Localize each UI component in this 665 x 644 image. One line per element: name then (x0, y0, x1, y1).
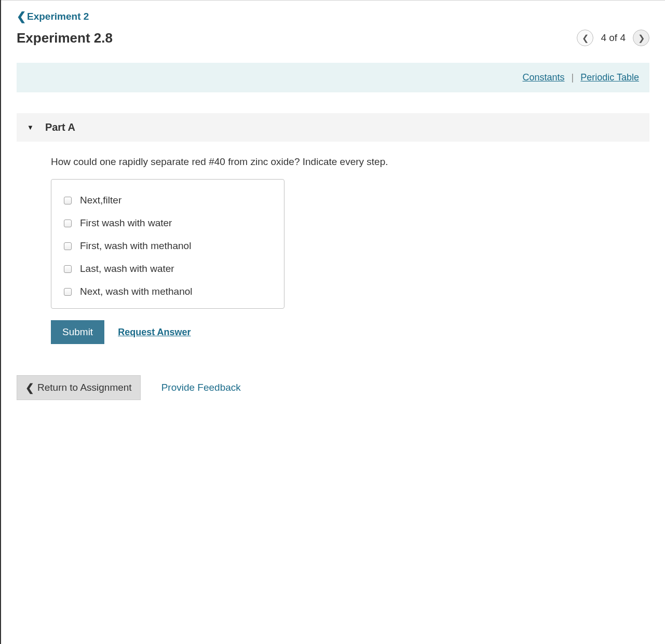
pager-next-button[interactable]: ❯ (633, 30, 649, 46)
options-box: Next,filter First wash with water First,… (51, 179, 284, 309)
chevron-left-icon: ❮ (17, 11, 26, 22)
constants-link[interactable]: Constants (522, 72, 564, 83)
question-area: How could one rapidly separate red #40 f… (17, 156, 649, 344)
resources-bar: Constants | Periodic Table (17, 63, 649, 92)
submit-button[interactable]: Submit (51, 320, 104, 344)
option-label: Next, wash with methanol (80, 286, 193, 297)
resources-separator: | (572, 72, 574, 83)
periodic-table-link[interactable]: Periodic Table (580, 72, 639, 83)
return-label: Return to Assignment (37, 382, 132, 393)
part-header[interactable]: ▼ Part A (17, 113, 649, 142)
part-title: Part A (45, 121, 75, 133)
checkbox[interactable] (64, 242, 72, 250)
chevron-right-icon: ❯ (638, 33, 645, 43)
chevron-left-icon: ❮ (582, 33, 589, 43)
return-to-assignment-button[interactable]: ❮ Return to Assignment (17, 375, 141, 400)
option-row[interactable]: Next, wash with methanol (61, 280, 275, 303)
actions-row: Submit Request Answer (51, 320, 649, 344)
option-label: First wash with water (80, 217, 172, 229)
breadcrumb-label: Experiment 2 (27, 11, 89, 22)
chevron-left-icon: ❮ (25, 382, 34, 393)
title-row: Experiment 2.8 ❮ 4 of 4 ❯ (17, 30, 649, 46)
question-text: How could one rapidly separate red #40 f… (51, 156, 649, 168)
option-label: Last, wash with water (80, 263, 174, 275)
checkbox[interactable] (64, 197, 72, 204)
caret-down-icon: ▼ (27, 124, 34, 131)
pager: ❮ 4 of 4 ❯ (577, 30, 649, 46)
option-row[interactable]: Next,filter (61, 189, 275, 212)
pager-text: 4 of 4 (601, 32, 626, 44)
option-row[interactable]: First, wash with methanol (61, 235, 275, 257)
pager-prev-button[interactable]: ❮ (577, 30, 593, 46)
checkbox[interactable] (64, 265, 72, 273)
request-answer-link[interactable]: Request Answer (118, 327, 191, 338)
footer-row: ❮ Return to Assignment Provide Feedback (17, 375, 649, 400)
option-row[interactable]: First wash with water (61, 212, 275, 235)
page-title: Experiment 2.8 (17, 30, 113, 46)
checkbox[interactable] (64, 288, 72, 296)
provide-feedback-link[interactable]: Provide Feedback (161, 382, 241, 393)
breadcrumb-back-link[interactable]: ❮ Experiment 2 (17, 11, 89, 22)
checkbox[interactable] (64, 220, 72, 227)
option-label: Next,filter (80, 195, 121, 206)
option-label: First, wash with methanol (80, 240, 191, 252)
option-row[interactable]: Last, wash with water (61, 257, 275, 280)
